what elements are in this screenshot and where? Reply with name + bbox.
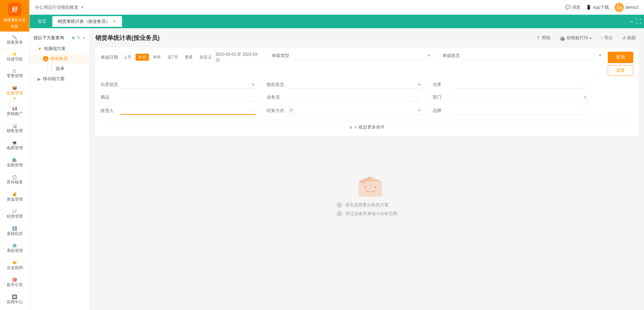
brand-label: 品牌 xyxy=(433,108,449,114)
warehouse-input[interactable]: ··· xyxy=(452,81,588,89)
tabbar-expand-btn[interactable]: ─ ⛶ xyxy=(630,18,641,24)
print-btn[interactable]: 🖨️ 按模板打印 ▾ xyxy=(557,34,594,42)
goods-input[interactable]: ··· xyxy=(120,93,256,101)
inventory-icon: 📋 xyxy=(12,175,17,179)
help-btn[interactable]: ？ 帮助 xyxy=(533,34,553,42)
date-btn-this-year[interactable]: 本年 xyxy=(150,54,164,61)
date-btn-more[interactable]: 更多 xyxy=(182,54,196,61)
page-actions: ？ 帮助 🖨️ 按模板打印 ▾ ↑ 导出 ↺ 刷新 xyxy=(533,34,639,42)
sidebar-item-sales[interactable]: 📊 销售管理 xyxy=(0,120,29,137)
user-area[interactable]: Ea demo2 xyxy=(614,3,639,12)
date-btn-last-month[interactable]: 上月 xyxy=(121,54,134,61)
finance-icon: 💰 xyxy=(12,192,17,197)
goods-dots: ··· xyxy=(250,95,254,100)
sidebar-item-operations[interactable]: 📈 经营管理 xyxy=(0,206,29,223)
ship-status-arrow: ▾ xyxy=(252,82,254,87)
system-icon: ⚙️ xyxy=(12,243,17,248)
message-label: 消息 xyxy=(572,4,581,10)
department-arrow: ▾ xyxy=(584,95,586,100)
brand-input[interactable]: ··· xyxy=(452,107,588,115)
add-scheme-btn[interactable]: + xyxy=(72,35,75,41)
sidebar-item-cooperation[interactable]: 🤝 企业协同 xyxy=(0,257,29,274)
sidebar-item-ecommerce[interactable]: 💻 电商管理 xyxy=(0,137,29,154)
salesperson-input[interactable]: ··· xyxy=(286,93,422,101)
sidebar-item-quick-nav[interactable]: ⭐ 快捷导航 xyxy=(0,49,29,65)
sidebar-item-wholesale[interactable]: 📦 批发管理 ▲ xyxy=(0,82,29,103)
collapse-panel-btn[interactable]: « xyxy=(83,35,86,41)
tab-home[interactable]: 首页 xyxy=(32,16,52,27)
payment-status-label: 收款状态 xyxy=(267,82,284,88)
sidebar-item-wechat[interactable]: 💬 企业微信 xyxy=(0,308,29,310)
payment-status-select[interactable]: ▾ xyxy=(287,81,422,89)
date-range-display: 2023-03-01 至 2023-03-31 xyxy=(216,52,259,62)
tree-sub-item-by-salesperson[interactable]: ● 按业务员 xyxy=(30,54,90,64)
date-btn-custom[interactable]: 自定义 xyxy=(197,54,214,61)
message-btn[interactable]: 💬 消息 xyxy=(565,4,581,10)
tree-item-desktop[interactable]: ▼ 电脑端方案 xyxy=(30,44,90,54)
tree-sub-item-by-order[interactable]: ⋮⋮ 按单 xyxy=(30,64,90,74)
left-panel: 按以下方案查询 + ✎ « ▼ 电脑端方案 ● 按业务员 ⋮⋮ 按单 xyxy=(30,28,90,310)
sidebar-item-inventory[interactable]: 📋 库存核算 xyxy=(0,171,29,189)
payment-status-arrow: ▾ xyxy=(418,82,420,87)
sidebar-item-marketing[interactable]: 📢 营销推广 xyxy=(0,103,29,120)
tab-sales-stat[interactable]: 销货单统计表（按业务员） ✕ xyxy=(52,16,122,27)
sidebar-label-basic: 基础信息 xyxy=(7,231,23,237)
refresh-label: 刷新 xyxy=(627,35,636,41)
breadcrumb-text: 办公用品行业模拟账套 xyxy=(35,4,78,10)
export-btn[interactable]: ↑ 导出 xyxy=(598,34,616,42)
app-download-btn[interactable]: 📱 App下载 xyxy=(586,4,609,10)
sidebar-label-quick-nav: 快捷导航 xyxy=(7,56,23,62)
sidebar-label-wholesale: 批发管理 xyxy=(7,90,23,96)
ecommerce-icon: 💻 xyxy=(12,141,17,145)
empty-tip-2: 2 用过滤条件来缩小分析范围 xyxy=(336,211,397,217)
sales-icon: 📊 xyxy=(12,123,17,128)
cooperation-icon: 🤝 xyxy=(12,260,17,265)
settlement-tag[interactable]: × xyxy=(288,107,294,113)
refresh-btn[interactable]: ↺ 刷新 xyxy=(620,34,639,42)
sidebar-item-purchase[interactable]: 🛍️ 采购管理 xyxy=(0,154,29,171)
doc-type-arrow: ▾ xyxy=(428,53,430,58)
print-label: 按模板打印 xyxy=(567,35,588,41)
left-panel-actions: + ✎ « xyxy=(72,35,86,41)
minimize-icon[interactable]: ─ xyxy=(630,18,633,24)
settlement-tag-close[interactable]: × xyxy=(290,108,292,113)
marketing-icon: 📢 xyxy=(12,106,17,111)
consignee-label: 收货人 xyxy=(101,108,117,114)
page-title-row: 销货单统计表(按业务员) ？ 帮助 🖨️ 按模板打印 ▾ ↑ 导出 xyxy=(95,34,639,42)
maximize-icon[interactable]: ⛶ xyxy=(636,18,641,24)
sidebar-label-purchase: 采购管理 xyxy=(7,162,23,168)
ship-status-select[interactable]: ▾ xyxy=(121,81,256,89)
collapse-filters-btn[interactable]: ∧ ∧ 收起更多条件 xyxy=(349,122,385,132)
sidebar-item-finance[interactable]: 💰 资金管理 xyxy=(0,189,29,206)
page-title: 销货单统计表(按业务员) xyxy=(95,34,160,42)
collapse-icon: ∧ xyxy=(349,125,353,130)
sidebar-item-retail[interactable]: 🛒 零售管理 xyxy=(0,65,29,82)
consignee-input[interactable]: ··· xyxy=(120,106,256,115)
avatar: Ea xyxy=(614,3,624,12)
basic-icon: ℹ️ xyxy=(12,226,17,231)
doc-status-arrow: ▾ xyxy=(599,53,601,58)
right-panel: 销货单统计表(按业务员) ？ 帮助 🖨️ 按模板打印 ▾ ↑ 导出 xyxy=(90,28,644,310)
department-select[interactable]: ▾ xyxy=(452,94,588,101)
sidebar-item-basic[interactable]: ℹ️ 基础信息 xyxy=(0,223,29,240)
content-area: 按以下方案查询 + ✎ « ▼ 电脑端方案 ● 按业务员 ⋮⋮ 按单 xyxy=(30,28,644,310)
date-btn-7days[interactable]: 近7天 xyxy=(165,54,181,61)
settlement-arrow: ▾ xyxy=(418,108,420,113)
tree-item-mobile[interactable]: ▶ 移动端方案 xyxy=(30,74,90,84)
sidebar-item-search[interactable]: 🔍 搜索菜单 xyxy=(0,32,29,49)
appstore-icon: 🔲 xyxy=(12,295,17,299)
edit-scheme-btn[interactable]: ✎ xyxy=(77,35,81,41)
sidebar-logo[interactable]: 好 畅捷通好生意 标版 xyxy=(0,0,29,32)
empty-state: 1 请先选择要分析的方案 2 用过滤条件来缩小分析范围 xyxy=(95,136,639,244)
salesperson-dots: ··· xyxy=(416,95,420,100)
order-icon: ⋮⋮ xyxy=(46,66,54,71)
breadcrumb-dropdown[interactable]: ▾ xyxy=(81,5,84,10)
query-btn[interactable]: 查询 xyxy=(608,52,633,63)
sidebar-item-guide[interactable]: 🎯 新手引导 xyxy=(0,274,29,291)
sidebar-item-system[interactable]: ⚙️ 系统管理 xyxy=(0,240,29,257)
settlement-select[interactable]: × ▾ xyxy=(287,106,422,115)
settings-btn[interactable]: 设置 xyxy=(608,65,633,76)
tab-close-btn[interactable]: ✕ xyxy=(112,18,117,24)
date-btn-this-month[interactable]: 本月 xyxy=(136,54,149,61)
sidebar-item-appstore[interactable]: 🔲 应用中心 xyxy=(0,291,29,308)
